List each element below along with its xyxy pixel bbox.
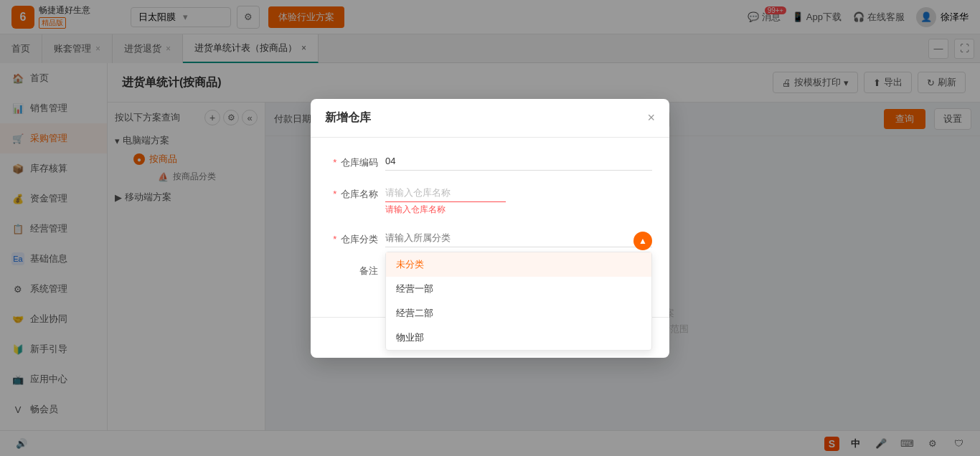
warehouse-name-wrapper: 请输入仓库名称 [385, 184, 652, 216]
modal-title: 新增仓库 [325, 110, 371, 125]
warehouse-name-error: 请输入仓库名称 [385, 204, 652, 216]
warehouse-category-label: * 仓库分类 [328, 229, 385, 246]
warehouse-name-input[interactable] [385, 184, 506, 202]
warehouse-category-row: * 仓库分类 ▲ 未分类 经营一部 经营二部 物业部 [328, 229, 652, 247]
category-toggle-btn[interactable]: ▲ [633, 232, 652, 250]
warehouse-name-row: * 仓库名称 请输入仓库名称 [328, 184, 652, 216]
modal-overlay: 新增仓库 × * 仓库编码 * 仓库名称 请输入仓库名称 [0, 0, 980, 456]
category-dropdown: 未分类 经营一部 经营二部 物业部 [385, 252, 652, 351]
new-warehouse-modal: 新增仓库 × * 仓库编码 * 仓库名称 请输入仓库名称 [311, 99, 669, 358]
dropdown-item-2[interactable]: 经营二部 [386, 301, 651, 326]
dropdown-item-0[interactable]: 未分类 [386, 252, 651, 277]
modal-body: * 仓库编码 * 仓库名称 请输入仓库名称 * [311, 138, 669, 317]
modal-header: 新增仓库 × [311, 99, 669, 138]
category-input[interactable] [385, 229, 652, 247]
category-select-wrapper: ▲ 未分类 经营一部 经营二部 物业部 [385, 229, 652, 247]
modal-close-btn[interactable]: × [647, 110, 655, 125]
remark-label: 备注 [328, 260, 385, 277]
warehouse-code-label: * 仓库编码 [328, 152, 385, 169]
dropdown-item-1[interactable]: 经营一部 [386, 277, 651, 301]
warehouse-code-row: * 仓库编码 [328, 152, 652, 171]
required-star-cat: * [333, 234, 336, 244]
required-star-code: * [333, 157, 336, 168]
dropdown-item-3[interactable]: 物业部 [386, 326, 651, 350]
required-star-name: * [333, 189, 336, 199]
warehouse-code-input[interactable] [385, 152, 652, 171]
warehouse-name-label: * 仓库名称 [328, 184, 385, 201]
